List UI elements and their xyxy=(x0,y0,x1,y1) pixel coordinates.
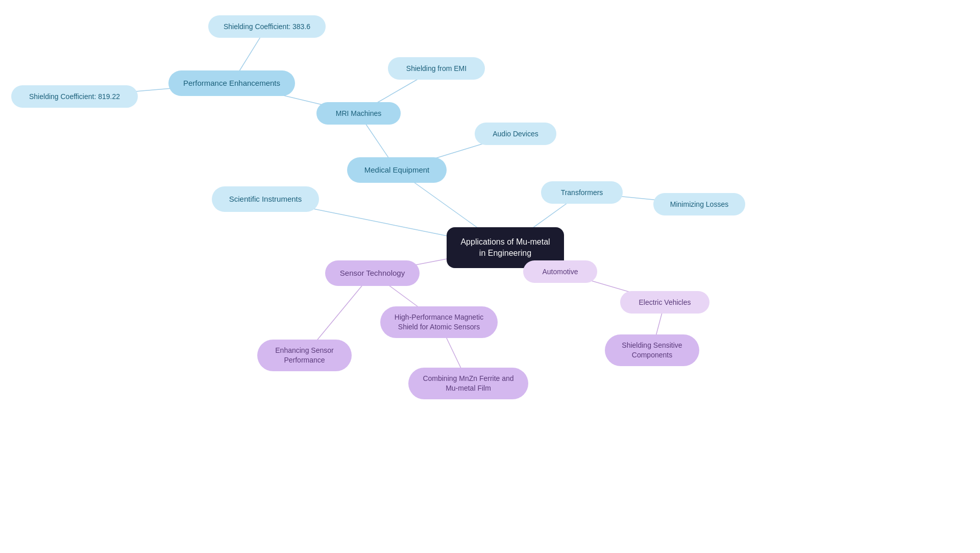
high-performance-node[interactable]: High-Performance Magnetic Shield for Ato… xyxy=(380,306,498,338)
minimizing-losses-node[interactable]: Minimizing Losses xyxy=(653,193,745,215)
shielding-sensitive-node[interactable]: Shielding Sensitive Components xyxy=(605,334,699,366)
scientific-instruments-node[interactable]: Scientific Instruments xyxy=(212,186,319,212)
shielding-coefficient-819-node[interactable]: Shielding Coefficient: 819.22 xyxy=(11,85,138,108)
performance-enhancements-node[interactable]: Performance Enhancements xyxy=(168,70,295,96)
shielding-coefficient-383-node[interactable]: Shielding Coefficient: 383.6 xyxy=(208,15,326,38)
sensor-technology-node[interactable]: Sensor Technology xyxy=(325,260,420,286)
combining-mnzn-node[interactable]: Combining MnZn Ferrite and Mu-metal Film xyxy=(408,368,528,399)
automotive-node[interactable]: Automotive xyxy=(523,260,597,283)
audio-devices-node[interactable]: Audio Devices xyxy=(475,123,556,145)
enhancing-sensor-node[interactable]: Enhancing Sensor Performance xyxy=(257,340,352,371)
electric-vehicles-node[interactable]: Electric Vehicles xyxy=(620,291,709,314)
medical-equipment-node[interactable]: Medical Equipment xyxy=(347,157,447,183)
transformers-node[interactable]: Transformers xyxy=(541,181,623,204)
shielding-from-emi-node[interactable]: Shielding from EMI xyxy=(388,57,485,80)
mri-machines-node[interactable]: MRI Machines xyxy=(316,102,401,125)
